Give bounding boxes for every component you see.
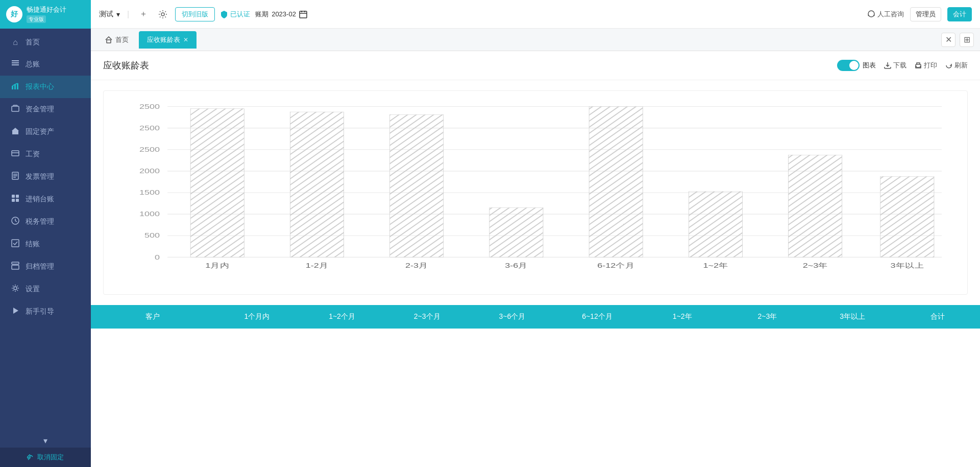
th-1-2year: 1~2年 xyxy=(640,305,725,329)
print-icon xyxy=(915,62,922,69)
sidebar-item-label: 税务管理 xyxy=(26,217,54,226)
sidebar-scroll-down[interactable]: ▾ xyxy=(0,434,91,448)
tabbar-actions: ✕ ⊞ xyxy=(941,33,974,47)
page-container: 应收账龄表 图表 下载 打印 xyxy=(91,51,980,467)
svg-rect-55 xyxy=(689,192,742,257)
funds-icon xyxy=(10,104,20,114)
sidebar-item-label: 工资 xyxy=(26,150,40,159)
svg-rect-51 xyxy=(290,112,344,257)
tab-home[interactable]: 首页 xyxy=(97,31,137,49)
tab-label: 首页 xyxy=(115,35,129,44)
svg-rect-3 xyxy=(12,86,13,89)
close-books-icon xyxy=(10,239,20,249)
sidebar-item-funds[interactable]: 资金管理 xyxy=(0,98,91,121)
sidebar-item-invoice[interactable]: 发票管理 xyxy=(0,166,91,188)
chart-wrapper: 2500 2500 2500 2000 1500 1000 500 0 xyxy=(103,90,968,295)
add-button[interactable]: ＋ xyxy=(136,7,151,21)
shield-icon xyxy=(220,10,228,18)
certified-badge: 已认证 xyxy=(220,10,250,19)
certified-label: 已认证 xyxy=(230,10,250,19)
accountant-button[interactable]: 会计 xyxy=(947,7,972,21)
refresh-button[interactable]: 刷新 xyxy=(945,61,968,70)
print-button[interactable]: 打印 xyxy=(915,61,937,70)
sidebar-item-ledger[interactable]: 总账 xyxy=(0,53,91,76)
tab-receivable-aging[interactable]: 应收账龄表 ✕ xyxy=(139,31,197,49)
switch-version-button[interactable]: 切到旧版 xyxy=(175,7,215,21)
assets-icon xyxy=(10,127,20,137)
svg-text:6-12个月: 6-12个月 xyxy=(597,262,634,269)
svg-rect-6 xyxy=(12,106,19,111)
home-tab-icon xyxy=(105,36,112,43)
project-selector[interactable]: 测试 ▾ xyxy=(99,10,120,19)
reports-icon xyxy=(10,82,20,92)
svg-text:3-6月: 3-6月 xyxy=(505,262,528,269)
sidebar-item-salary[interactable]: 工资 xyxy=(0,143,91,166)
svg-rect-16 xyxy=(16,195,19,198)
sidebar-item-label: 设置 xyxy=(26,285,40,294)
close-tab-button[interactable]: ✕ xyxy=(941,33,955,47)
svg-text:2500: 2500 xyxy=(139,124,160,131)
svg-text:2500: 2500 xyxy=(139,103,160,110)
headset-icon xyxy=(867,10,875,18)
svg-rect-2 xyxy=(12,64,19,65)
sidebar-item-label: 进销台账 xyxy=(26,195,54,204)
sidebar-logo: 好 畅捷通好会计 专业版 xyxy=(0,0,91,29)
sidebar-item-home[interactable]: ⌂ 首页 xyxy=(0,32,91,53)
svg-point-26 xyxy=(161,13,164,16)
calendar-icon[interactable] xyxy=(299,10,307,18)
tax-icon xyxy=(10,217,20,227)
page-title: 应收账龄表 xyxy=(103,59,149,72)
content-area: 应收账龄表 图表 下载 打印 xyxy=(91,51,980,467)
manager-button[interactable]: 管理员 xyxy=(910,7,941,21)
sidebar-item-close-books[interactable]: 结账 xyxy=(0,233,91,255)
download-button[interactable]: 下载 xyxy=(884,61,906,70)
svg-text:3年以上: 3年以上 xyxy=(891,262,924,269)
svg-rect-27 xyxy=(300,11,307,18)
sidebar-item-settings[interactable]: 设置 xyxy=(0,278,91,300)
refresh-icon xyxy=(945,62,952,69)
chart-toggle[interactable] xyxy=(837,60,860,71)
period-value: 2023-02 xyxy=(272,10,296,18)
main-content: 测试 ▾ | ＋ 切到旧版 已认证 账期 2023-02 人工咨询 管理员 会计 xyxy=(91,0,980,467)
svg-text:1000: 1000 xyxy=(139,211,160,218)
th-3year-plus: 3年以上 xyxy=(810,305,895,329)
sidebar-item-reports[interactable]: 报表中心 xyxy=(0,76,91,98)
tab-close-button[interactable]: ✕ xyxy=(183,36,188,43)
th-2-3month: 2~3个月 xyxy=(384,305,470,329)
th-3-6month: 3~6个月 xyxy=(470,305,555,329)
svg-text:1月内: 1月内 xyxy=(205,262,229,269)
th-1-2month: 1~2个月 xyxy=(300,305,385,329)
logo-icon: 好 xyxy=(6,6,22,22)
inventory-icon xyxy=(10,194,20,204)
topbar-right: 人工咨询 管理员 会计 xyxy=(867,7,972,21)
svg-text:1500: 1500 xyxy=(139,189,160,196)
svg-rect-33 xyxy=(916,64,921,67)
invoice-icon xyxy=(10,172,20,182)
table-section: 客户 1个月内 1~2个月 2~3个月 3~6个月 6~12个月 1~2年 2~… xyxy=(91,305,980,467)
sidebar-pin-button[interactable]: 取消固定 xyxy=(0,448,91,467)
sidebar-item-tax[interactable]: 税务管理 xyxy=(0,211,91,233)
home-icon: ⌂ xyxy=(10,38,20,47)
download-icon xyxy=(884,62,891,69)
svg-rect-50 xyxy=(190,109,244,258)
service-button[interactable]: 人工咨询 xyxy=(867,10,904,19)
archive-icon xyxy=(10,262,20,272)
table-header: 客户 1个月内 1~2个月 2~3个月 3~6个月 6~12个月 1~2年 2~… xyxy=(91,305,980,329)
sidebar-item-assets[interactable]: 固定资产 xyxy=(0,121,91,143)
sidebar-item-label: 新手引导 xyxy=(26,307,54,316)
expand-button[interactable]: ⊞ xyxy=(960,33,974,47)
project-name: 测试 xyxy=(99,10,113,19)
sidebar-item-label: 资金管理 xyxy=(26,105,54,114)
sidebar-item-archive[interactable]: 归档管理 xyxy=(0,255,91,278)
topbar-divider: | xyxy=(127,10,129,19)
sidebar-item-inventory[interactable]: 进销台账 xyxy=(0,188,91,211)
sidebar-item-label: 报表中心 xyxy=(26,82,54,91)
svg-rect-54 xyxy=(589,107,643,258)
bar-chart: 2500 2500 2500 2000 1500 1000 500 0 xyxy=(114,101,957,284)
svg-rect-17 xyxy=(12,199,15,202)
sidebar-item-guide[interactable]: 新手引导 xyxy=(0,300,91,323)
settings-button[interactable] xyxy=(156,7,170,21)
tabbar: 首页 应收账龄表 ✕ ✕ ⊞ xyxy=(91,29,980,51)
th-total: 合计 xyxy=(895,305,980,329)
svg-rect-9 xyxy=(12,151,19,156)
